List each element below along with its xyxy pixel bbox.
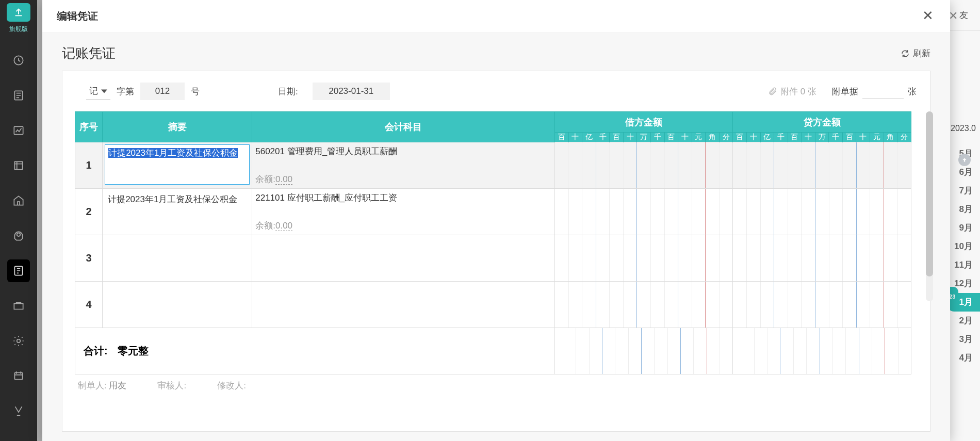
amount-cell[interactable] [733,282,911,328]
month-item[interactable]: 11月 [947,256,980,274]
balance-label: 余额:0.00 [255,173,292,185]
voucher-type-select[interactable]: 记 [86,83,110,100]
sidebar-item-settings[interactable] [7,330,30,352]
maker-value: 用友 [109,381,126,390]
month-item[interactable]: 2月 [947,312,980,330]
amount-cell[interactable] [555,328,733,374]
year-selector-fragment[interactable]: 2023.0 [951,124,976,133]
digit-col-header: 十 [746,133,760,142]
digit-col-header: 亿 [582,133,596,142]
sidebar-item-10[interactable] [7,365,30,387]
summary-cell[interactable] [103,282,252,328]
chevron-down-icon [101,88,107,94]
summary-input-editing[interactable]: 计提2023年1月工资及社保公积金 [105,144,250,185]
right-panel-title: 友 [959,9,968,21]
amount-cell[interactable] [555,235,733,282]
month-item[interactable]: 8月 [947,200,980,219]
sidebar-item-11[interactable] [7,400,30,422]
amount-cell[interactable] [733,142,911,189]
month-item[interactable]: 4月 [947,349,980,367]
scrollbar-thumb[interactable] [926,111,933,276]
summary-text [105,284,250,289]
amount-cell[interactable] [733,328,911,374]
summary-cell[interactable]: 计提2023年1月工资及社保公积金 [103,142,252,189]
account-cell[interactable]: 221101 应付职工薪酬_应付职工工资余额:0.00 [252,189,555,235]
voucher-footer: 制单人: 用友 审核人: 修改人: [68,374,925,391]
summary-text [105,237,250,242]
col-summary-header: 摘要 [103,112,252,142]
sidebar-item-3[interactable] [7,119,30,142]
month-item[interactable]: 9月 [947,219,980,237]
total-row: 合计: 零元整 [75,328,911,374]
sidebar-item-1[interactable] [7,49,30,72]
digit-col-header: 十 [623,133,637,142]
refresh-label: 刷新 [913,47,930,59]
month-item-current[interactable]: 1月023 [947,293,980,312]
digit-col-header: 百 [555,133,569,142]
digit-col-header: 角 [884,133,897,142]
scroll-collapse-icon[interactable] [958,154,971,166]
sidebar-item-2[interactable] [7,84,30,107]
digit-col-header: 千 [651,133,665,142]
attachments-count-label: 附件 0 张 [780,86,816,97]
total-label-cell: 合计: 零元整 [75,328,555,374]
amount-cell[interactable] [733,189,911,235]
table-row: 1计提2023年1月工资及社保公积金560201 管理费用_管理人员职工薪酬余额… [75,142,911,189]
digit-col-header: 十 [678,133,692,142]
digit-col-header: 百 [664,133,678,142]
voucher-card: 记 字第 号 日期: 附件 0 张 附单据 张 [62,71,930,432]
summary-cell[interactable] [103,235,252,282]
account-cell[interactable] [252,235,555,282]
voucher-controls: 记 字第 号 日期: 附件 0 张 附单据 张 [68,83,925,111]
voucher-date-input[interactable] [313,83,390,100]
modal-title: 编辑凭证 [57,9,98,23]
svg-rect-3 [14,161,22,169]
table-row: 4 [75,282,911,328]
col-debit-header: 借方金额 [555,112,733,133]
refresh-button[interactable]: 刷新 [901,47,930,59]
modal-body: 记账凭证 刷新 记 字第 号 日期: 附件 0 张 [42,33,950,441]
sidebar-item-voucher[interactable] [7,259,30,282]
maker-label: 制单人: [78,381,107,390]
refresh-icon [901,49,910,58]
digit-col-header: 百 [733,133,747,142]
digit-col-header: 元 [870,133,884,142]
table-scrollbar[interactable] [926,111,933,301]
attach-doc-count-input[interactable] [862,84,904,99]
digit-col-header: 分 [719,133,733,142]
sidebar-item-4[interactable] [7,154,30,177]
app-edition-label: 旗舰版 [9,25,28,34]
col-sequence-header: 序号 [75,112,103,142]
page-title: 记账凭证 [62,44,116,62]
amount-cell[interactable] [555,189,733,235]
month-item[interactable]: 7月 [947,182,980,200]
modifier-label: 修改人: [217,381,246,390]
voucher-no-prefix-label: 字第 [117,86,134,97]
sidebar-item-8[interactable] [7,295,30,317]
amount-cell[interactable] [555,282,733,328]
row-seq: 2 [75,189,103,235]
account-text: 221101 应付职工薪酬_应付职工工资 [255,192,551,204]
date-label: 日期: [278,86,298,97]
modal-close-button[interactable]: ✕ [920,9,936,24]
attachments-link[interactable]: 附件 0 张 [768,86,816,97]
month-item[interactable]: 10月 [947,237,980,256]
voucher-no-suffix-label: 号 [191,86,200,97]
digit-col-header: 百 [842,133,856,142]
summary-cell[interactable]: 计提2023年1月工资及社保公积金 [103,189,252,235]
voucher-number-input[interactable] [140,83,185,100]
amount-cell[interactable] [733,235,911,282]
voucher-type-value: 记 [89,85,98,97]
month-item[interactable]: 3月 [947,330,980,349]
svg-rect-7 [14,373,22,380]
digit-col-header: 十 [856,133,870,142]
summary-text: 计提2023年1月工资及社保公积金 [105,191,250,208]
table-row: 2计提2023年1月工资及社保公积金221101 应付职工薪酬_应付职工工资余额… [75,189,911,235]
sidebar-item-5[interactable] [7,189,30,212]
sheet-suffix-label: 张 [908,86,917,97]
modal-header: 编辑凭证 ✕ [42,0,950,33]
account-cell[interactable]: 560201 管理费用_管理人员职工薪酬余额:0.00 [252,142,555,189]
amount-cell[interactable] [555,142,733,189]
account-cell[interactable] [252,282,555,328]
sidebar-item-6[interactable] [7,224,30,247]
